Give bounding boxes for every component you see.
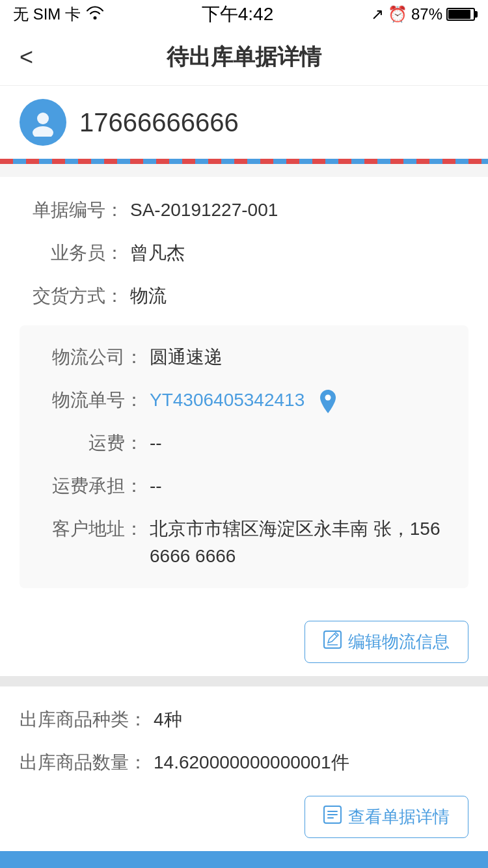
salesman-value: 曾凡杰	[124, 239, 468, 267]
freight-bearer-row: 运费承担： --	[39, 472, 449, 500]
logistics-box: 物流公司： 圆通速递 物流单号： YT43064053424​13 运费： --…	[20, 325, 468, 588]
address-label: 客户地址：	[39, 515, 143, 543]
svg-point-1	[33, 126, 53, 137]
tracking-number-value: YT43064053424​13	[143, 387, 449, 414]
svg-rect-3	[324, 631, 341, 648]
wifi-icon	[86, 5, 104, 23]
page-title: 待出库单据详情	[167, 42, 321, 72]
goods-quantity-row: 出库商品数量： 14.620000000000001件	[20, 749, 468, 776]
freight-label: 运费：	[39, 429, 143, 457]
user-phone: 17666666666	[79, 108, 239, 137]
svg-point-2	[325, 394, 331, 400]
location-status-icon: ↗	[371, 5, 384, 23]
delivery-value: 物流	[124, 282, 468, 310]
address-value: 北京市市辖区海淀区永丰南 张，156 6666 6666	[143, 515, 449, 570]
view-detail-btn-row: 查看单据详情	[0, 783, 488, 851]
logistics-company-label: 物流公司：	[39, 344, 143, 371]
view-detail-label: 查看单据详情	[348, 806, 450, 828]
carrier-label: 无 SIM 卡	[13, 4, 81, 25]
nav-bar: < 待出库单据详情	[0, 29, 488, 86]
location-pin-icon[interactable]	[318, 390, 338, 411]
edit-logistics-label: 编辑物流信息	[348, 631, 450, 653]
order-number-label: 单据编号：	[20, 197, 124, 224]
user-header: 17666666666	[0, 86, 488, 159]
back-button[interactable]: <	[20, 44, 33, 71]
tracking-number-row: 物流单号： YT43064053424​13	[39, 387, 449, 414]
document-icon	[323, 806, 342, 828]
goods-type-label: 出库商品种类：	[20, 706, 147, 733]
confirm-btn-wrap: 确认出库	[0, 851, 488, 868]
section-divider	[0, 676, 488, 686]
view-detail-button[interactable]: 查看单据详情	[305, 796, 468, 838]
edit-logistics-btn-row: 编辑物流信息	[0, 608, 488, 676]
freight-row: 运费： --	[39, 429, 449, 457]
logistics-company-value: 圆通速递	[143, 344, 449, 371]
status-bar: 无 SIM 卡 下午4:42 ↗ ⏰ 87%	[0, 0, 488, 29]
tracking-number-label: 物流单号：	[39, 387, 143, 414]
goods-quantity-value: 14.620000000000001件	[147, 749, 468, 776]
battery-percent: 87%	[411, 5, 442, 23]
edit-logistics-button[interactable]: 编辑物流信息	[305, 621, 468, 663]
goods-section: 出库商品种类： 4种 出库商品数量： 14.620000000000001件	[0, 686, 488, 783]
alarm-icon: ⏰	[388, 5, 407, 23]
order-number-row: 单据编号： SA-20191227-001	[20, 197, 468, 224]
order-number-value: SA-20191227-001	[124, 197, 468, 224]
status-right: ↗ ⏰ 87%	[371, 5, 475, 23]
battery-icon	[446, 8, 475, 21]
avatar	[20, 99, 66, 146]
freight-value: --	[143, 429, 449, 457]
edit-icon	[323, 631, 342, 653]
delivery-label: 交货方式：	[20, 282, 124, 310]
status-left: 无 SIM 卡	[13, 4, 104, 25]
address-row: 客户地址： 北京市市辖区海淀区永丰南 张，156 6666 6666	[39, 515, 449, 570]
freight-bearer-label: 运费承担：	[39, 472, 143, 500]
freight-bearer-value: --	[143, 472, 449, 500]
goods-quantity-label: 出库商品数量：	[20, 749, 147, 776]
status-time: 下午4:42	[202, 2, 274, 27]
goods-type-row: 出库商品种类： 4种	[20, 706, 468, 733]
dashed-divider	[0, 159, 488, 164]
svg-point-0	[37, 113, 49, 124]
salesman-row: 业务员： 曾凡杰	[20, 239, 468, 267]
logistics-company-row: 物流公司： 圆通速递	[39, 344, 449, 371]
goods-type-value: 4种	[147, 706, 468, 733]
salesman-label: 业务员：	[20, 239, 124, 267]
delivery-row: 交货方式： 物流	[20, 282, 468, 310]
order-info-section: 单据编号： SA-20191227-001 业务员： 曾凡杰 交货方式： 物流 …	[0, 177, 488, 608]
